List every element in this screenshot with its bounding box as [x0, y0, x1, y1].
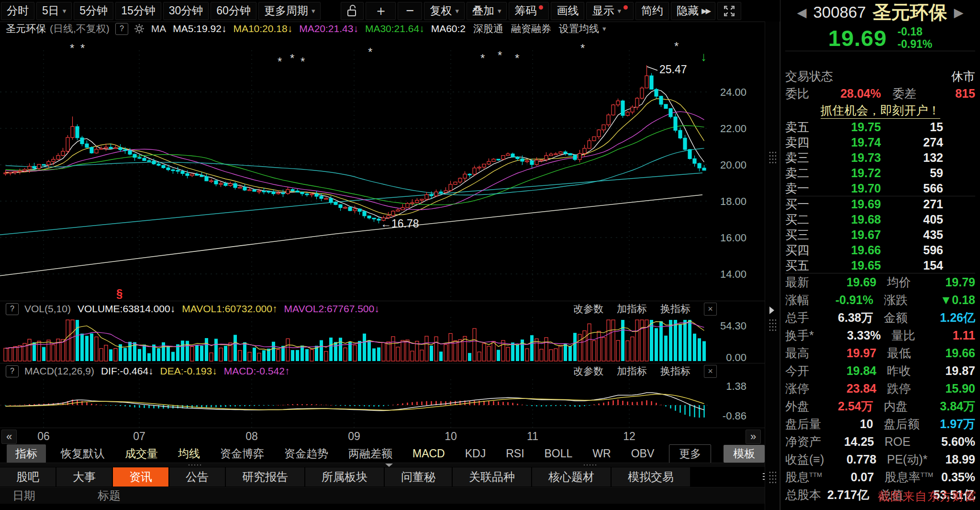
next-stock-button[interactable]: ▶ — [954, 5, 964, 20]
stat-row: 盘后量10盘后额1.97万 — [785, 415, 975, 433]
indicator-tab-更多[interactable]: 更多 — [669, 444, 711, 463]
indicator-tab-KDJ[interactable]: KDJ — [455, 447, 496, 460]
stat-row: 最高19.97最低19.66 — [785, 344, 975, 362]
order-price: 19.70 — [822, 181, 881, 195]
drag-handle[interactable] — [188, 464, 202, 466]
toolbar-hide-button[interactable]: 隐藏▶▶ — [671, 2, 715, 20]
tab-问董秘[interactable]: 问董秘 — [385, 467, 453, 487]
stat-label: 净资产 — [785, 434, 826, 450]
volume-pane-text: VOLUME:63814.000 — [78, 303, 170, 314]
candlestick-chart[interactable]: 24.0022.0020.0018.0016.0014.00**********… — [0, 36, 765, 301]
toolbar-overlay-button[interactable]: 叠加▾ — [467, 2, 507, 20]
macd-chart[interactable]: 1.38-0.86 — [0, 379, 765, 428]
link-1[interactable]: 融资融券 — [511, 22, 551, 35]
macd-pane-action-1[interactable]: 加指标 — [617, 364, 647, 378]
toolbar-draw-line-button[interactable]: 画线 — [551, 2, 584, 20]
weicha-label: 委差 — [892, 86, 952, 102]
stat-label: 换手* — [785, 328, 829, 343]
volume-chart[interactable]: 54.300.00 — [0, 317, 765, 363]
svg-text:*: * — [368, 45, 372, 58]
indicator-tab-模板[interactable]: 模板 — [724, 445, 765, 463]
macd-pane-action-2[interactable]: 换指标 — [660, 364, 690, 378]
indicator-tab-BOLL[interactable]: BOLL — [535, 447, 583, 460]
order-quantity: 15 — [881, 120, 943, 134]
drag-handle[interactable] — [768, 151, 776, 163]
indicator-tab-RSI[interactable]: RSI — [496, 447, 534, 460]
toolbar-minute-button[interactable]: 分时 — [1, 2, 34, 20]
drag-handle[interactable] — [768, 471, 776, 483]
panel-splitter[interactable] — [765, 22, 780, 510]
stat-value: -0.91% — [826, 293, 873, 307]
time-axis: «06070809101112» — [0, 428, 765, 445]
indicator-tab-恢复默认[interactable]: 恢复默认 — [51, 446, 115, 461]
tab-大事[interactable]: 大事 — [56, 467, 113, 487]
indicator-tab-两融差额[interactable]: 两融差额 — [338, 446, 402, 461]
help-icon[interactable]: ? — [6, 303, 19, 315]
ma-text: MA10:20.18 — [233, 23, 287, 34]
order-level-label: 买一 — [785, 196, 822, 212]
prev-stock-button[interactable]: ◀ — [797, 5, 806, 20]
stat-row: 最新19.69均价19.79 — [785, 273, 975, 291]
weibi-label: 委比 — [785, 86, 829, 102]
toolbar-5day-button[interactable]: 5日▾ — [36, 2, 72, 20]
toolbar-display-button[interactable]: 显示▾ — [586, 2, 634, 20]
toolbar-zoom-out-button[interactable]: − — [398, 2, 422, 20]
indicator-tab-资金趋势[interactable]: 资金趋势 — [274, 446, 338, 461]
indicator-tab-OBV[interactable]: OBV — [621, 447, 665, 460]
indicator-tab-成交量[interactable]: 成交量 — [115, 446, 168, 461]
toolbar-60min-button[interactable]: 60分钟 — [211, 2, 256, 20]
tab-关联品种[interactable]: 关联品种 — [453, 467, 532, 487]
toolbar-15min-button[interactable]: 15分钟 — [115, 2, 161, 20]
drag-handle[interactable] — [583, 464, 597, 466]
tab-股吧[interactable]: 股吧 — [0, 467, 56, 487]
toolbar-lock-button[interactable] — [341, 2, 364, 20]
open-account-link[interactable]: 抓住机会，即刻开户！ — [821, 102, 940, 119]
toolbar-adjust-button[interactable]: 复权▾ — [424, 2, 465, 20]
tab-核心题材[interactable]: 核心题材 — [532, 467, 612, 487]
chevron-down-icon: ▾ — [498, 7, 501, 15]
collapse-right-icon[interactable] — [769, 306, 774, 314]
close-icon[interactable]: × — [704, 303, 717, 316]
stat-value: 0.35% — [941, 470, 975, 484]
tab-模拟交易[interactable]: 模拟交易 — [612, 467, 691, 487]
tab-公告[interactable]: 公告 — [169, 467, 226, 487]
toolbar-5min-button[interactable]: 5分钟 — [74, 2, 113, 20]
ma-group-label: MA — [151, 23, 167, 34]
toolbar-zoom-in-button[interactable]: ＋ — [366, 2, 396, 20]
scroll-left-button[interactable]: « — [1, 430, 17, 444]
toolbar-30min-button[interactable]: 30分钟 — [163, 2, 209, 20]
volume-pane-action-1[interactable]: 加指标 — [617, 302, 647, 316]
chevron-down-icon: ▾ — [617, 7, 621, 15]
close-icon[interactable]: × — [704, 365, 717, 378]
drag-handle[interactable] — [768, 318, 776, 331]
ma-text: MA30:21.64 — [365, 23, 419, 34]
indicator-tab-指标[interactable]: 指标 — [7, 444, 46, 463]
indicator-tab-资金博弈[interactable]: 资金博弈 — [210, 446, 274, 461]
order-level-label: 买五 — [785, 258, 822, 273]
link-0[interactable]: 深股通 — [473, 22, 503, 35]
help-icon[interactable]: ? — [6, 365, 19, 377]
indicator-tab-均线[interactable]: 均线 — [168, 446, 210, 461]
collapse-down-icon[interactable] — [385, 464, 393, 467]
stat-value: 23.84 — [827, 382, 877, 396]
tab-研究报告[interactable]: 研究报告 — [226, 467, 305, 487]
settings-gear[interactable] — [134, 23, 145, 34]
toolbar-simple-button[interactable]: 简约 — [635, 2, 669, 20]
link-2[interactable]: 设置均线 — [559, 22, 599, 35]
svg-text:←16.78: ←16.78 — [380, 217, 419, 230]
tab-资讯[interactable]: 资讯 — [113, 467, 169, 487]
scroll-right-button[interactable]: » — [746, 430, 761, 444]
indicator-tab-WR[interactable]: WR — [582, 447, 621, 460]
toolbar-fullscreen-button[interactable] — [717, 2, 741, 20]
indicator-tab-MACD[interactable]: MACD — [402, 447, 455, 460]
svg-text:-0.86: -0.86 — [723, 410, 746, 422]
volume-pane-action-2[interactable]: 换指标 — [660, 302, 690, 316]
tab-所属板块[interactable]: 所属板块 — [305, 467, 385, 487]
macd-pane-action-0[interactable]: 改参数 — [573, 364, 603, 378]
toolbar-chips-button[interactable]: 筹码 — [509, 2, 549, 20]
svg-text:*: * — [70, 42, 74, 55]
toolbar-more-periods-button[interactable]: 更多周期▾ — [258, 2, 321, 20]
stat-row: 收益(≡)0.778PE(动)*18.99 — [785, 451, 975, 468]
volume-pane-action-0[interactable]: 改参数 — [573, 302, 603, 316]
help-icon[interactable]: ? — [115, 23, 128, 35]
